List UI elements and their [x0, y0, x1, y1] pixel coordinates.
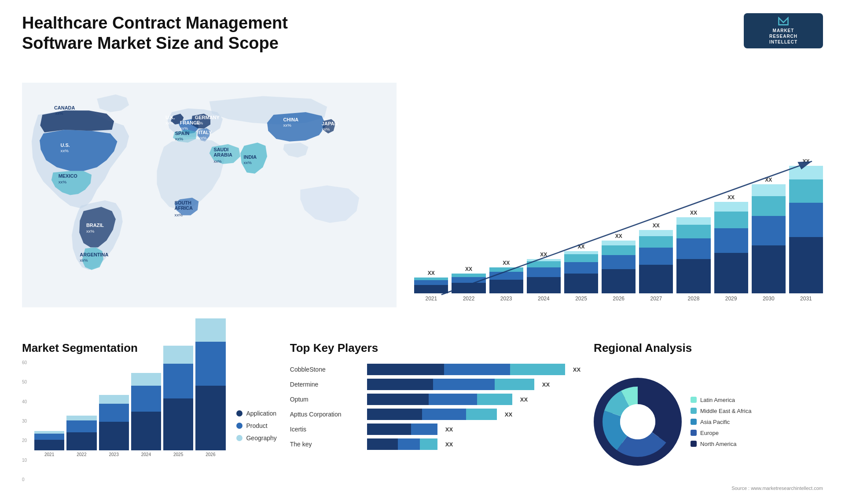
seg-year-2023: 2023	[109, 452, 119, 457]
svg-text:U.K.: U.K.	[165, 115, 175, 120]
svg-text:xx%: xx%	[213, 159, 222, 164]
bar-seg-2027-3	[639, 230, 673, 236]
player-bar-seg-2	[510, 364, 565, 375]
svg-text:xx%: xx%	[61, 148, 69, 153]
seg-seg-2026-0	[195, 386, 225, 450]
seg-year-2021: 2021	[44, 452, 54, 457]
bar-seg-2029-2	[714, 212, 748, 228]
bar-seg-2022-1	[452, 277, 485, 283]
bar-seg-2028-0	[676, 259, 710, 293]
svg-point-42	[620, 404, 655, 439]
reg-dot-latin-america	[691, 397, 697, 403]
bar-seg-2027-0	[639, 265, 673, 293]
bar-year-2025: 2025	[575, 296, 587, 302]
player-value: XX	[505, 411, 512, 418]
page-title: Healthcare Contract Management Software …	[22, 13, 330, 53]
bar-group-2025: XX2025	[564, 244, 598, 302]
svg-text:xx%: xx%	[243, 160, 252, 165]
player-name: CobbleStone	[290, 366, 363, 373]
bar-group-2028: XX2028	[676, 210, 710, 302]
segmentation-title: Market Segmentation	[22, 341, 277, 355]
bar-seg-2028-1	[676, 238, 710, 259]
bar-seg-2029-3	[714, 202, 748, 212]
legend-label-product: Product	[246, 422, 267, 429]
bar-label-2030: XX	[765, 177, 772, 183]
bar-label-2026: XX	[615, 233, 622, 239]
y-tick-40: 40	[22, 399, 27, 404]
player-bar-seg-1	[411, 424, 437, 435]
legend-geography: Geography	[236, 435, 276, 442]
y-tick-50: 50	[22, 380, 27, 384]
bar-seg-2030-3	[752, 184, 786, 196]
logo-icon	[775, 17, 792, 26]
players-table: CobbleStoneXXDetermineXXOptumXXApttus Co…	[290, 364, 580, 450]
bar-year-2026: 2026	[613, 296, 625, 302]
bar-label-2024: XX	[540, 252, 547, 258]
seg-year-2026: 2026	[206, 452, 215, 457]
svg-text:U.S.: U.S.	[61, 142, 70, 148]
legend-product: Product	[236, 422, 276, 429]
bar-label-2023: XX	[503, 260, 510, 266]
bar-label-2025: XX	[577, 244, 584, 250]
bar-year-2024: 2024	[538, 296, 550, 302]
bar-seg-2024-2	[527, 261, 561, 267]
bar-stack-2025	[564, 251, 598, 293]
svg-text:xx%: xx%	[195, 121, 203, 125]
bar-group-2029: XX2029	[714, 194, 748, 302]
player-bar-seg-0	[367, 438, 398, 450]
bar-seg-2023-2	[489, 267, 523, 272]
bar-label-2022: XX	[465, 266, 472, 272]
player-value: XX	[445, 441, 453, 448]
bar-seg-2025-1	[564, 262, 598, 274]
svg-text:ARGENTINA: ARGENTINA	[80, 252, 108, 257]
legend-label-application: Application	[246, 410, 276, 417]
bar-seg-2027-1	[639, 248, 673, 265]
seg-bar-stack-2023	[99, 395, 129, 450]
reg-legend-latin-america: Latin America	[691, 397, 751, 403]
bar-seg-2029-0	[714, 253, 748, 293]
bar-stack-2026	[602, 241, 636, 293]
main-container: Healthcare Contract Management Software …	[0, 0, 845, 504]
svg-text:xx%: xx%	[165, 121, 174, 125]
bar-stack-2021	[414, 278, 448, 293]
seg-bar-stack-2024	[131, 373, 161, 450]
seg-year-2025: 2025	[173, 452, 183, 457]
seg-year-2024: 2024	[141, 452, 151, 457]
bar-seg-2026-2	[602, 245, 636, 255]
reg-dot-north-america	[691, 441, 697, 447]
bar-seg-2026-1	[602, 255, 636, 269]
seg-seg-2026-1	[195, 342, 225, 386]
svg-text:SPAIN: SPAIN	[175, 131, 190, 136]
player-bar	[367, 409, 497, 420]
bar-seg-2026-0	[602, 269, 636, 293]
bar-group-2024: XX2024	[527, 252, 561, 302]
svg-text:xx%: xx%	[322, 127, 330, 132]
seg-seg-2025-0	[163, 398, 193, 450]
bar-seg-2026-3	[602, 241, 636, 245]
bar-year-2031: 2031	[800, 296, 812, 302]
player-row-icertis: IcertisXX	[290, 424, 580, 435]
bar-seg-2031-2	[789, 179, 823, 203]
player-bar-seg-2	[466, 409, 497, 420]
player-bar-seg-2	[420, 438, 437, 450]
seg-bar-stack-2025	[163, 346, 193, 450]
bar-seg-2031-1	[789, 203, 823, 237]
player-name: Optum	[290, 396, 363, 403]
bar-seg-2031-3	[789, 166, 823, 179]
player-bar-seg-0	[367, 424, 411, 435]
seg-seg-2025-2	[163, 346, 193, 364]
regional-section: Regional Analysis	[594, 341, 823, 491]
bar-seg-2027-2	[639, 236, 673, 248]
svg-text:AFRICA: AFRICA	[175, 206, 193, 211]
player-value: XX	[445, 426, 453, 433]
bar-seg-2029-1	[714, 228, 748, 253]
bar-stack-2030	[752, 184, 786, 293]
seg-bar-stack-2021	[34, 431, 64, 450]
bar-seg-2022-0	[452, 283, 485, 293]
bar-seg-2028-3	[676, 217, 710, 225]
growth-chart-section: XX2021XX2022XX2023XX2024XX2025XX2026XX20…	[414, 62, 823, 328]
bar-stack-2029	[714, 202, 748, 293]
svg-text:xx%: xx%	[175, 137, 184, 142]
player-bar-seg-1	[429, 394, 477, 405]
seg-seg-2024-1	[131, 386, 161, 412]
